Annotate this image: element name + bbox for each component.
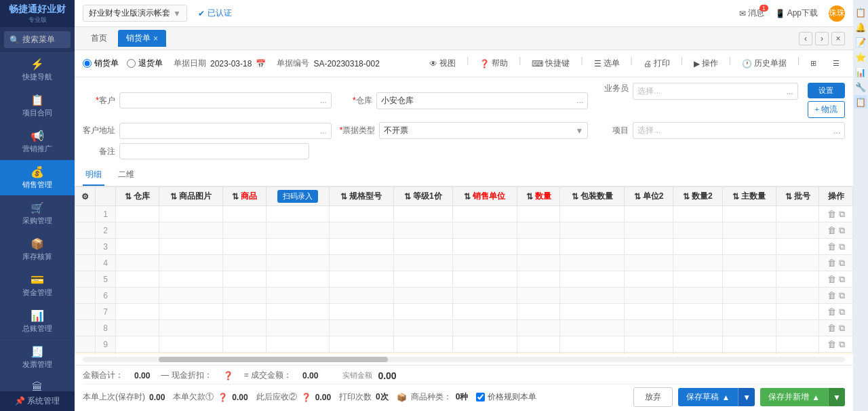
price-check-label[interactable]: 价格规则本单 <box>476 391 536 403</box>
copy-icon[interactable]: ⧉ <box>839 307 845 317</box>
row-spec[interactable] <box>330 320 393 336</box>
row-product[interactable] <box>223 239 267 255</box>
row-qty2[interactable] <box>673 271 722 288</box>
row-warehouse[interactable] <box>116 271 159 288</box>
col-unit2[interactable]: ⇅单位2 <box>624 187 673 206</box>
row-product[interactable] <box>223 288 267 304</box>
list-view-btn[interactable]: ☰ <box>827 56 845 71</box>
project-input[interactable]: 选择... ... <box>633 122 845 139</box>
add-btn[interactable]: + 物流 <box>808 101 845 118</box>
row-product[interactable] <box>223 271 267 288</box>
row-pack-qty[interactable] <box>560 239 624 255</box>
row-pack-qty[interactable] <box>560 222 624 239</box>
price-check-input[interactable] <box>476 393 485 402</box>
tab-close-btn[interactable]: × <box>831 32 845 45</box>
tab-twod[interactable]: 二维 <box>115 165 137 186</box>
row-qty[interactable] <box>517 336 560 353</box>
row-spec[interactable] <box>330 304 393 320</box>
tab-nav-next[interactable]: › <box>815 32 829 45</box>
row-image[interactable] <box>159 239 222 255</box>
row-batch[interactable] <box>776 255 819 271</box>
row-warehouse[interactable] <box>116 288 159 304</box>
delete-icon[interactable]: 🗑 <box>827 274 836 284</box>
row-batch-entry[interactable] <box>267 222 330 239</box>
staff-dots[interactable]: ... <box>786 87 793 96</box>
help-btn[interactable]: ❓ 帮助 <box>474 56 513 71</box>
row-unit2[interactable] <box>624 239 673 255</box>
tab-sales-order[interactable]: 销货单 × <box>118 30 166 47</box>
row-qty[interactable] <box>517 239 560 255</box>
row-unit2[interactable] <box>624 255 673 271</box>
project-dots[interactable]: ... <box>833 126 840 136</box>
row-warehouse[interactable] <box>116 320 159 336</box>
app-download-btn[interactable]: 📱 App下载 <box>775 7 818 19</box>
row-price[interactable] <box>393 288 453 304</box>
row-unit[interactable] <box>453 320 517 336</box>
row-qty[interactable] <box>517 288 560 304</box>
sidebar-bottom-btn[interactable]: 📌 系统管理 <box>0 391 75 411</box>
row-main-qty[interactable] <box>722 304 776 320</box>
row-main-qty[interactable] <box>722 271 776 288</box>
col-batch[interactable]: ⇅批号 <box>776 187 819 206</box>
delete-icon[interactable]: 🗑 <box>827 323 836 333</box>
row-qty2[interactable] <box>673 255 722 271</box>
col-batch-entry[interactable]: 扫码录入 <box>267 187 330 206</box>
row-image[interactable] <box>159 206 222 222</box>
col-warehouse[interactable]: ⇅仓库 <box>116 187 159 206</box>
row-qty2[interactable] <box>673 222 722 239</box>
row-batch[interactable] <box>776 206 819 222</box>
row-batch[interactable] <box>776 336 819 353</box>
debt-help-icon[interactable]: ❓ <box>218 393 228 402</box>
customer-input[interactable]: ... <box>119 92 332 109</box>
row-spec[interactable] <box>330 206 393 222</box>
row-pack-qty[interactable] <box>560 304 624 320</box>
delete-icon[interactable]: 🗑 <box>827 241 836 252</box>
row-warehouse[interactable] <box>116 222 159 239</box>
row-batch-entry[interactable] <box>267 206 330 222</box>
calendar-icon[interactable]: 📅 <box>256 59 266 68</box>
row-spec[interactable] <box>330 239 393 255</box>
discount-help-icon[interactable]: ❓ <box>223 371 233 380</box>
row-price[interactable] <box>393 206 453 222</box>
row-main-qty[interactable] <box>722 239 776 255</box>
save-new-arrow-btn[interactable]: ▼ <box>828 388 845 406</box>
copy-icon[interactable]: ⧉ <box>839 339 845 350</box>
row-image[interactable] <box>159 304 222 320</box>
tab-home[interactable]: 首页 <box>83 30 115 47</box>
invoice-select[interactable]: 不开票 ▼ <box>379 122 588 139</box>
row-product[interactable] <box>223 304 267 320</box>
sidebar-item-finance[interactable]: 💳 资金管理 <box>0 268 75 304</box>
rp-icon-3[interactable]: 📝 <box>854 35 867 49</box>
row-warehouse[interactable] <box>116 304 159 320</box>
row-warehouse[interactable] <box>116 336 159 353</box>
row-image[interactable] <box>159 320 222 336</box>
sidebar-item-invoice[interactable]: 🧾 发票管理 <box>0 340 75 376</box>
customer-dots[interactable]: ... <box>320 96 327 105</box>
row-unit2[interactable] <box>624 271 673 288</box>
row-price[interactable] <box>393 271 453 288</box>
col-qty2[interactable]: ⇅数量2 <box>673 187 722 206</box>
sidebar-item-quicknav[interactable]: ⚡ 快捷导航 <box>0 52 75 88</box>
row-warehouse[interactable] <box>116 239 159 255</box>
col-product[interactable]: ⇅商品 <box>223 187 267 206</box>
row-unit[interactable] <box>453 304 517 320</box>
row-batch[interactable] <box>776 239 819 255</box>
save-draft-btn[interactable]: 保存草稿 ▲ <box>678 388 738 406</box>
copy-icon[interactable]: ⧉ <box>839 323 845 334</box>
row-pack-qty[interactable] <box>560 255 624 271</box>
setup-btn[interactable]: 设置 <box>808 83 845 98</box>
row-batch-entry[interactable] <box>267 320 330 336</box>
row-unit2[interactable] <box>624 222 673 239</box>
row-batch-entry[interactable] <box>267 288 330 304</box>
radio-return-input[interactable] <box>127 59 136 68</box>
row-batch-entry[interactable] <box>267 239 330 255</box>
row-main-qty[interactable] <box>722 336 776 353</box>
row-unit2[interactable] <box>624 206 673 222</box>
row-spec[interactable] <box>330 288 393 304</box>
row-main-qty[interactable] <box>722 255 776 271</box>
delete-icon[interactable]: 🗑 <box>827 209 836 219</box>
row-pack-qty[interactable] <box>560 206 624 222</box>
row-batch[interactable] <box>776 222 819 239</box>
row-batch[interactable] <box>776 271 819 288</box>
row-price[interactable] <box>393 239 453 255</box>
